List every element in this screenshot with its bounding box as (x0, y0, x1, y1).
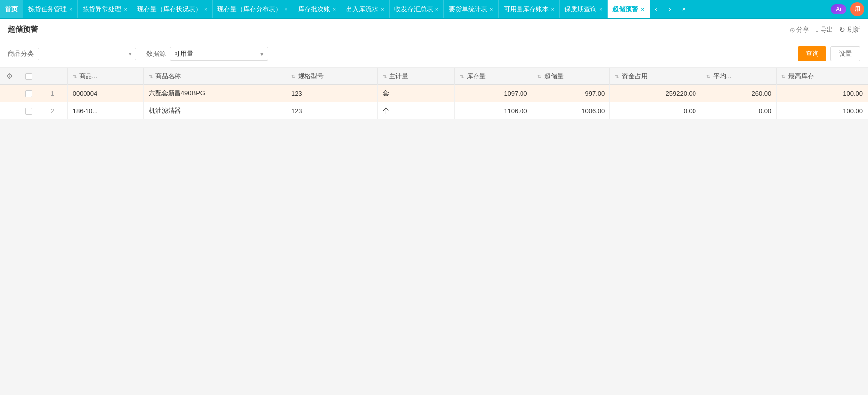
td-gear-cell (0, 85, 20, 102)
datasource-value: 可用量 (174, 49, 193, 58)
td-checkbox-cell[interactable] (20, 102, 38, 119)
datasource-dropdown-arrow: ▾ (260, 50, 264, 58)
select-all-checkbox[interactable] (25, 73, 32, 80)
row-checkbox[interactable] (25, 108, 32, 115)
th-capital[interactable]: ⇅ 资金占用 (610, 68, 701, 85)
settings-button[interactable]: 设置 (830, 46, 860, 61)
nav-label-pick-task: 拣货任务管理 (28, 5, 67, 14)
share-button[interactable]: ⎋ 分享 (790, 25, 809, 34)
top-navigation: 首页 拣货任务管理 × 拣货异常处理 × 现存量（库存状况表） × 现存量（库存… (0, 0, 868, 19)
close-order-stats[interactable]: × (490, 6, 493, 12)
td-spec: 123 (286, 102, 377, 119)
sort-icon-spec: ⇅ (291, 74, 295, 79)
nav-label-inout-flow: 出入库流水 (346, 5, 378, 14)
category-dropdown-arrow: ▾ (129, 50, 132, 58)
ai-button[interactable]: Ai (831, 4, 846, 14)
close-batch-account[interactable]: × (333, 6, 336, 12)
top-right-area: Ai 用 (831, 2, 868, 16)
refresh-button[interactable]: ↻ 刷新 (839, 25, 860, 34)
td-avg: 0.00 (701, 102, 776, 119)
row-checkbox[interactable] (25, 90, 32, 97)
query-button[interactable]: 查询 (798, 46, 826, 61)
user-avatar[interactable]: 用 (850, 2, 864, 16)
td-max-stock: 100.00 (777, 85, 868, 102)
share-icon: ⎋ (790, 26, 794, 34)
nav-next-btn[interactable]: › (663, 0, 677, 18)
nav-more-btn[interactable]: × (677, 0, 691, 18)
nav-label-pick-exception: 拣货异常处理 (83, 5, 121, 14)
close-pick-exception[interactable]: × (124, 6, 127, 12)
close-stock-status[interactable]: × (204, 6, 207, 12)
nav-item-recv-summary[interactable]: 收发存汇总表 × (390, 0, 444, 18)
th-gear[interactable]: ⚙ (0, 68, 20, 85)
sort-icon-overstock: ⇅ (537, 74, 541, 79)
nav-item-pick-task[interactable]: 拣货任务管理 × (23, 0, 78, 18)
category-select[interactable]: ▾ (38, 48, 136, 60)
nav-label-order-stats: 要货单统计表 (449, 5, 487, 14)
nav-item-home[interactable]: 首页 (0, 0, 23, 18)
th-product-code[interactable]: ⇅ 商品... (67, 68, 143, 85)
td-checkbox-cell[interactable] (20, 85, 38, 102)
nav-item-available-account[interactable]: 可用量库存账本 × (499, 0, 560, 18)
avatar-initials: 用 (855, 5, 860, 13)
page-header: 超储预警 ⎋ 分享 ↓ 导出 ↻ 刷新 (0, 19, 868, 40)
gear-icon[interactable]: ⚙ (6, 72, 13, 80)
nav-item-batch-account[interactable]: 库存批次账 × (293, 0, 341, 18)
nav-label-stock-dist: 现存量（库存分布表） (217, 5, 282, 14)
nav-label-batch-account: 库存批次账 (298, 5, 330, 14)
close-pick-task[interactable]: × (69, 6, 72, 12)
nav-item-order-stats[interactable]: 要货单统计表 × (444, 0, 498, 18)
th-unit-label: 主计量 (389, 72, 408, 79)
th-avg[interactable]: ⇅ 平均... (701, 68, 776, 85)
th-spec[interactable]: ⇅ 规格型号 (286, 68, 377, 85)
td-gear-cell (0, 102, 20, 119)
table-header-row: ⚙ ⇅ 商品... ⇅ 商品名称 ⇅ (0, 68, 868, 85)
datasource-filter: 数据源 可用量 ▾ (146, 47, 268, 61)
datasource-label: 数据源 (146, 49, 166, 58)
share-label: 分享 (796, 25, 809, 34)
close-overstock-warning[interactable]: × (641, 6, 644, 12)
nav-item-shelf-life[interactable]: 保质期查询 × (560, 0, 608, 18)
nav-prev-btn[interactable]: ‹ (650, 0, 663, 18)
td-product-code: 186-10... (67, 102, 143, 119)
th-overstock[interactable]: ⇅ 超储量 (532, 68, 610, 85)
category-label: 商品分类 (8, 49, 34, 58)
th-product-name-label: 商品名称 (155, 72, 181, 79)
close-inout-flow[interactable]: × (381, 6, 384, 12)
close-stock-dist[interactable]: × (284, 6, 287, 12)
close-shelf-life[interactable]: × (599, 6, 602, 12)
nav-item-stock-status[interactable]: 现存量（库存状况表） × (132, 0, 213, 18)
nav-item-pick-exception[interactable]: 拣货异常处理 × (78, 0, 132, 18)
data-table: ⚙ ⇅ 商品... ⇅ 商品名称 ⇅ (0, 68, 868, 119)
td-spec: 123 (286, 85, 377, 102)
sort-icon-max-stock: ⇅ (781, 74, 785, 79)
refresh-icon: ↻ (839, 26, 845, 34)
main-content: 超储预警 ⎋ 分享 ↓ 导出 ↻ 刷新 商品分类 ▾ 数据源 (0, 19, 868, 119)
nav-label-stock-status: 现存量（库存状况表） (137, 5, 202, 14)
th-unit[interactable]: ⇅ 主计量 (377, 68, 455, 85)
nav-item-home-label: 首页 (5, 5, 18, 14)
table-row: 2 186-10... 机油滤清器 123 个 1106.00 1006.00 … (0, 102, 868, 119)
sort-icon-product-code: ⇅ (73, 74, 77, 79)
nav-item-inout-flow[interactable]: 出入库流水 × (341, 0, 389, 18)
th-stock[interactable]: ⇅ 库存量 (455, 68, 532, 85)
th-capital-label: 资金占用 (622, 72, 648, 79)
th-max-stock[interactable]: ⇅ 最高库存 (777, 68, 868, 85)
td-max-stock: 100.00 (777, 102, 868, 119)
nav-label-overstock-warning: 超储预警 (612, 5, 638, 14)
close-available-account[interactable]: × (551, 6, 554, 12)
sort-icon-unit: ⇅ (383, 74, 387, 79)
nav-item-overstock-warning[interactable]: 超储预警 × (608, 0, 649, 18)
th-product-name[interactable]: ⇅ 商品名称 (143, 68, 286, 85)
nav-item-stock-dist[interactable]: 现存量（库存分布表） × (213, 0, 293, 18)
td-overstock: 997.00 (532, 85, 610, 102)
export-button[interactable]: ↓ 导出 (815, 25, 833, 34)
th-index (38, 68, 67, 85)
td-unit: 套 (377, 85, 455, 102)
datasource-select[interactable]: 可用量 ▾ (170, 47, 268, 61)
ai-button-label: Ai (836, 6, 841, 13)
filter-buttons: 查询 设置 (798, 46, 860, 61)
th-checkbox[interactable] (20, 68, 38, 85)
close-recv-summary[interactable]: × (435, 6, 438, 12)
sort-icon-stock: ⇅ (460, 74, 464, 79)
